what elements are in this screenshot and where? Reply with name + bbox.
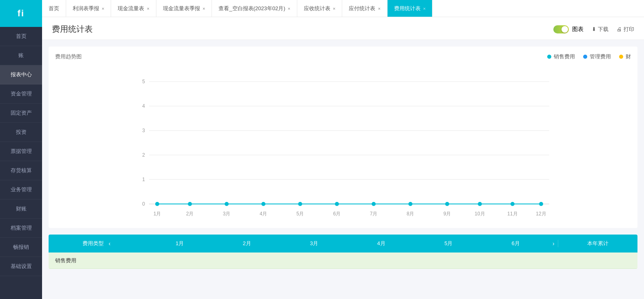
- sidebar-item-home[interactable]: 首页: [0, 27, 42, 46]
- svg-text:7月: 7月: [370, 211, 378, 217]
- svg-point-16: [298, 202, 302, 206]
- svg-text:3: 3: [142, 128, 145, 133]
- tab-close-icon[interactable]: ×: [102, 6, 104, 11]
- tab-close-icon[interactable]: ×: [378, 6, 380, 11]
- svg-text:3月: 3月: [223, 211, 231, 217]
- data-table-section: 费用类型 ‹ 1月 2月 3月 4月 5月 6月 › 本年累计 销售费用: [49, 235, 637, 269]
- th-type-label: 费用类型: [82, 240, 104, 247]
- legend-label-sales: 销售费用: [554, 53, 575, 60]
- tab-label: 应付统计表: [349, 5, 375, 12]
- chart-legend: 销售费用 管理费用 财: [547, 53, 631, 60]
- page-title: 费用统计表: [52, 24, 93, 35]
- sidebar-item-basic-settings[interactable]: 基础设置: [0, 257, 42, 276]
- tab-blank-report[interactable]: 查看_空白报表(2023年02月) ×: [212, 0, 297, 17]
- svg-point-18: [372, 202, 376, 206]
- svg-text:2月: 2月: [186, 211, 194, 217]
- svg-point-17: [335, 202, 339, 206]
- tab-label: 现金流量表: [118, 5, 144, 12]
- sidebar-item-file-management[interactable]: 档案管理: [0, 219, 42, 238]
- tab-label: 现金流量表季报: [163, 5, 200, 12]
- svg-point-14: [225, 202, 229, 206]
- th-ytd: 本年累计: [558, 240, 637, 247]
- next-arrow-icon[interactable]: ›: [549, 240, 558, 247]
- svg-point-23: [539, 202, 543, 206]
- tab-close-icon[interactable]: ×: [423, 6, 426, 11]
- th-m4: 4月: [348, 240, 415, 247]
- header-actions: 图表 ⬇ 下载 🖨 打印: [553, 25, 634, 33]
- svg-point-15: [261, 202, 265, 206]
- tab-close-icon[interactable]: ×: [288, 6, 290, 11]
- svg-point-13: [188, 202, 192, 206]
- td-type: 销售费用: [49, 257, 150, 264]
- print-button[interactable]: 🖨 打印: [617, 26, 634, 33]
- sidebar-item-service-management[interactable]: 业务管理: [0, 180, 42, 199]
- th-m5: 5月: [415, 240, 482, 247]
- tab-close-icon[interactable]: ×: [333, 6, 335, 11]
- th-m6: 6月: [482, 240, 550, 247]
- tab-label: 费用统计表: [394, 5, 421, 12]
- svg-text:4月: 4月: [260, 211, 267, 217]
- sidebar-item-ticket-management[interactable]: 票据管理: [0, 142, 42, 161]
- prev-arrow-icon[interactable]: ‹: [107, 239, 112, 248]
- legend-dot-admin: [583, 55, 587, 59]
- trend-chart: 5 4 3 2 1 0: [55, 65, 631, 220]
- print-label: 打印: [624, 26, 634, 33]
- chart-section: 费用趋势图 销售费用 管理费用 财: [49, 47, 637, 228]
- sidebar-item-ledger[interactable]: 账: [0, 46, 42, 65]
- sidebar-item-report-center[interactable]: 报表中心: [0, 65, 42, 84]
- print-icon: 🖨: [617, 26, 622, 32]
- sidebar-item-fund-management[interactable]: 资金管理: [0, 84, 42, 104]
- sidebar-item-accounting[interactable]: 财账: [0, 199, 42, 219]
- th-m1: 1月: [146, 240, 214, 247]
- tab-cash-flow-quarterly[interactable]: 现金流量表季报 ×: [156, 0, 212, 17]
- svg-point-21: [478, 202, 482, 206]
- svg-text:8月: 8月: [407, 211, 414, 217]
- page-content: 费用统计表 图表 ⬇ 下载 🖨 打印: [42, 17, 644, 299]
- table-header-row: 费用类型 ‹ 1月 2月 3月 4月 5月 6月 › 本年累计: [49, 235, 637, 252]
- svg-text:9月: 9月: [443, 211, 451, 217]
- legend-finance: 财: [619, 53, 631, 60]
- tab-profit-quarterly[interactable]: 利润表季报 ×: [66, 0, 111, 17]
- chart-header: 费用趋势图 销售费用 管理费用 财: [55, 53, 631, 60]
- chart-toggle-container[interactable]: 图表: [553, 25, 584, 33]
- sidebar: fi 首页 账 报表中心 资金管理 固定资产 投资 票据管理 存货核算 业务管理…: [0, 0, 42, 299]
- tab-payable-stats[interactable]: 应付统计表 ×: [342, 0, 387, 17]
- svg-point-22: [510, 202, 515, 206]
- svg-point-12: [155, 202, 159, 206]
- app-logo: fi: [0, 0, 42, 27]
- chart-title: 费用趋势图: [55, 53, 82, 60]
- toggle-knob: [562, 26, 568, 33]
- tab-receivable-stats[interactable]: 应收统计表 ×: [297, 0, 342, 17]
- tab-close-icon[interactable]: ×: [147, 6, 149, 11]
- svg-text:1: 1: [142, 177, 145, 182]
- tab-close-icon[interactable]: ×: [203, 6, 205, 11]
- legend-label-admin: 管理费用: [590, 53, 611, 60]
- svg-text:5: 5: [142, 79, 145, 84]
- sidebar-item-fixed-assets[interactable]: 固定资产: [0, 104, 42, 123]
- svg-point-20: [445, 202, 449, 206]
- th-type: 费用类型 ‹: [49, 239, 146, 248]
- tab-home[interactable]: 首页: [42, 0, 66, 17]
- svg-text:0: 0: [142, 201, 145, 207]
- sidebar-item-sales-return[interactable]: 畅报销: [0, 238, 42, 257]
- download-button[interactable]: ⬇ 下载: [592, 26, 608, 33]
- chart-wrapper: 5 4 3 2 1 0: [55, 65, 631, 221]
- tab-cash-flow[interactable]: 现金流量表 ×: [111, 0, 156, 17]
- legend-label-finance: 财: [626, 53, 631, 60]
- svg-point-19: [408, 202, 412, 206]
- svg-text:12月: 12月: [536, 211, 546, 217]
- tab-label: 查看_空白报表(2023年02月): [218, 5, 285, 12]
- th-m3: 3月: [281, 240, 348, 247]
- th-m2: 2月: [213, 240, 281, 247]
- sidebar-item-inventory[interactable]: 存货核算: [0, 161, 42, 180]
- tab-label: 利润表季报: [73, 5, 99, 12]
- svg-text:10月: 10月: [475, 211, 485, 217]
- chart-toggle[interactable]: [553, 25, 569, 33]
- sidebar-item-investment[interactable]: 投资: [0, 123, 42, 142]
- page-header: 费用统计表 图表 ⬇ 下载 🖨 打印: [42, 17, 644, 40]
- tab-expense-stats[interactable]: 费用统计表 ×: [388, 0, 432, 17]
- svg-text:6月: 6月: [333, 211, 341, 217]
- svg-text:11月: 11月: [507, 211, 517, 217]
- legend-sales: 销售费用: [547, 53, 575, 60]
- main-area: 首页 利润表季报 × 现金流量表 × 现金流量表季报 × 查看_空白报表(202…: [42, 0, 644, 299]
